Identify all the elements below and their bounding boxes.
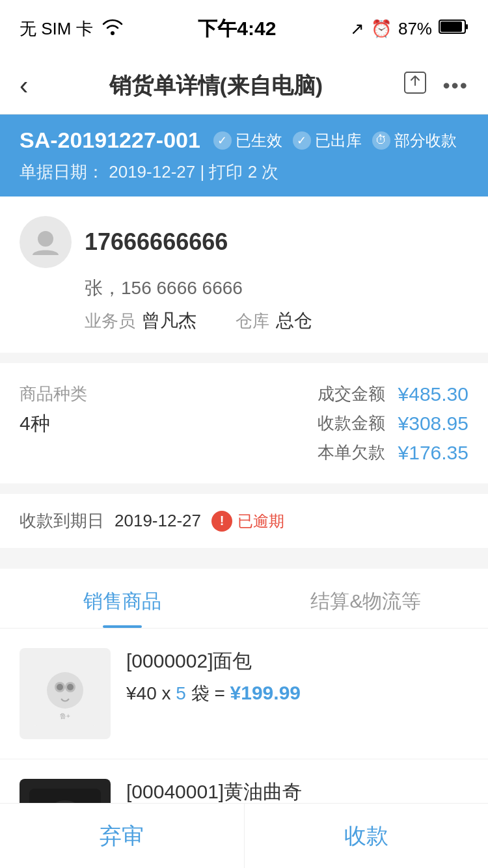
owed-amount-value: ¥176.35 — [398, 442, 468, 464]
deal-amount-item: 成交金额 ¥485.30 — [318, 383, 468, 405]
location-icon: ↗ — [350, 19, 364, 39]
salesperson-item: 业务员 曾凡杰 — [85, 308, 197, 333]
due-date-value: 2019-12-27 — [115, 511, 201, 531]
product-price-bread: ¥40 x 5 袋 = ¥199.99 — [126, 681, 468, 706]
customer-top: 17666666666 — [20, 216, 468, 268]
divider-3 — [0, 548, 488, 558]
customer-contact: 张，156 6666 6666 — [20, 276, 468, 301]
owed-amount-item: 本单欠款 ¥176.35 — [318, 441, 468, 464]
status-time: 下午4:42 — [198, 16, 276, 42]
share-icon[interactable] — [403, 71, 427, 100]
back-button[interactable]: ‹ — [20, 71, 28, 100]
status-badges: ✓ 已生效 ✓ 已出库 ⏱ 部分收款 — [213, 130, 457, 151]
svg-rect-1 — [466, 24, 468, 29]
svg-point-4 — [38, 231, 53, 247]
banner-top: SA-20191227-001 ✓ 已生效 ✓ 已出库 ⏱ 部分收款 — [20, 128, 468, 153]
overdue-badge: ! 已逾期 — [211, 511, 284, 532]
nav-bar: ‹ 销货单详情(来自电脑) ••• — [0, 57, 488, 115]
customer-meta: 业务员 曾凡杰 仓库 总仓 — [20, 308, 468, 333]
status-bar: 无 SIM 卡 下午4:42 ↗ ⏰ 87% — [0, 0, 488, 57]
cancel-review-button[interactable]: 弃审 — [0, 804, 245, 868]
content-area: SA-20191227-001 ✓ 已生效 ✓ 已出库 ⏱ 部分收款 单据日期：… — [0, 115, 488, 868]
product-name-butter: [00040001]黄油曲奇 — [126, 779, 468, 806]
check-icon-shipped: ✓ — [293, 131, 311, 150]
status-badge-partial: ⏱ 部分收款 — [372, 130, 457, 151]
tab-settlement-logistics[interactable]: 结算&物流等 — [244, 569, 488, 628]
product-total-bread: ¥199.99 — [230, 682, 301, 703]
avatar — [20, 216, 72, 268]
tab-sales-products[interactable]: 销售商品 — [0, 569, 244, 628]
status-badge-active: ✓ 已生效 — [213, 130, 282, 151]
warehouse-item: 仓库 总仓 — [236, 308, 312, 333]
more-button[interactable]: ••• — [442, 74, 468, 98]
product-info-bread: [0000002]面包 ¥40 x 5 袋 = ¥199.99 — [126, 648, 468, 706]
svg-point-9 — [57, 684, 63, 690]
order-date-info: 单据日期： 2019-12-27 | 打印 2 次 — [20, 161, 468, 183]
carrier-text: 无 SIM 卡 — [20, 18, 93, 40]
category-count: 4种 — [20, 411, 87, 437]
customer-name: 17666666666 — [85, 228, 228, 256]
alarm-icon: ⏰ — [371, 19, 392, 39]
svg-point-6 — [47, 672, 83, 709]
product-image-bread: 鲁+ — [20, 648, 111, 739]
clock-icon-partial: ⏱ — [372, 131, 390, 150]
battery-text: 87% — [398, 19, 432, 39]
wifi-icon — [101, 18, 124, 40]
order-header-banner: SA-20191227-001 ✓ 已生效 ✓ 已出库 ⏱ 部分收款 单据日期：… — [0, 115, 488, 197]
stats-right: 成交金额 ¥485.30 收款金额 ¥308.95 本单欠款 ¥176.35 — [318, 383, 468, 464]
svg-point-10 — [67, 684, 74, 690]
bottom-actions: 弃审 收款 — [0, 803, 488, 868]
page-title: 销货单详情(来自电脑) — [109, 71, 323, 101]
overdue-icon: ! — [211, 511, 232, 532]
due-date-section: 收款到期日 2019-12-27 ! 已逾期 — [0, 494, 488, 548]
divider-2 — [0, 483, 488, 494]
svg-rect-2 — [441, 21, 462, 32]
order-id: SA-20191227-001 — [20, 128, 200, 153]
stats-section: 商品种类 4种 成交金额 ¥485.30 收款金额 ¥308.95 本单欠款 ¥… — [0, 363, 488, 483]
collect-payment-button[interactable]: 收款 — [245, 804, 489, 868]
collected-amount-value: ¥308.95 — [398, 413, 468, 435]
stats-row: 商品种类 4种 成交金额 ¥485.30 收款金额 ¥308.95 本单欠款 ¥… — [20, 383, 468, 464]
check-icon-active: ✓ — [213, 131, 232, 150]
deal-amount-value: ¥485.30 — [398, 383, 468, 405]
product-name-bread: [0000002]面包 — [126, 648, 468, 675]
stats-left: 商品种类 4种 — [20, 383, 87, 437]
due-date-label: 收款到期日 — [20, 509, 104, 532]
svg-text:鲁+: 鲁+ — [60, 712, 70, 720]
status-right: ↗ ⏰ 87% — [350, 19, 468, 39]
product-qty-bread: 5 — [176, 683, 186, 703]
battery-icon — [439, 19, 468, 39]
product-item: 鲁+ [0000002]面包 ¥40 x 5 袋 = ¥199.99 — [0, 629, 488, 759]
category-label: 商品种类 — [20, 383, 87, 405]
customer-section: 17666666666 张，156 6666 6666 业务员 曾凡杰 仓库 总… — [0, 197, 488, 353]
nav-actions: ••• — [403, 71, 468, 100]
salesperson-value: 曾凡杰 — [142, 308, 197, 333]
tabs-bar: 销售商品 结算&物流等 — [0, 569, 488, 629]
status-left: 无 SIM 卡 — [20, 18, 124, 40]
collected-amount-item: 收款金额 ¥308.95 — [318, 412, 468, 435]
divider-1 — [0, 353, 488, 363]
warehouse-value: 总仓 — [276, 308, 312, 333]
status-badge-shipped: ✓ 已出库 — [293, 130, 362, 151]
overdue-label: 已逾期 — [237, 511, 284, 532]
